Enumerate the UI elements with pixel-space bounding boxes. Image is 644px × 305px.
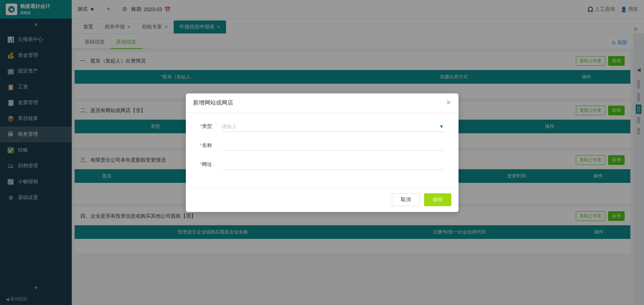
url-label: *网址 [200, 161, 222, 168]
name-input[interactable] [222, 140, 444, 151]
dialog-close-button[interactable]: ✕ [446, 100, 451, 106]
url-label-text: 网址 [202, 161, 212, 167]
url-input-wrap [222, 160, 444, 170]
dialog-footer: 取消 保存 [186, 187, 459, 212]
form-item-type: *类型 ▼ [200, 121, 444, 132]
form-item-name: *名称 [200, 140, 444, 151]
url-input[interactable] [222, 160, 444, 170]
form-item-url: *网址 [200, 160, 444, 170]
dialog-header: 新增网站或网店 ✕ [186, 93, 459, 113]
dialog-add-website: 新增网站或网店 ✕ *类型 ▼ *名称 [186, 93, 459, 212]
cancel-button[interactable]: 取消 [392, 193, 420, 206]
modal-overlay[interactable]: 新增网站或网店 ✕ *类型 ▼ *名称 [0, 0, 644, 305]
name-label-text: 名称 [202, 142, 212, 148]
type-input[interactable] [222, 121, 444, 132]
type-label-text: 类型 [202, 123, 212, 129]
type-input-wrap: ▼ [222, 121, 444, 132]
dialog-body: *类型 ▼ *名称 *网址 [186, 113, 459, 187]
type-label: *类型 [200, 123, 222, 130]
dialog-title: 新增网站或网店 [193, 99, 233, 107]
save-button[interactable]: 保存 [424, 193, 451, 206]
name-input-wrap [222, 140, 444, 151]
name-label: *名称 [200, 142, 222, 149]
